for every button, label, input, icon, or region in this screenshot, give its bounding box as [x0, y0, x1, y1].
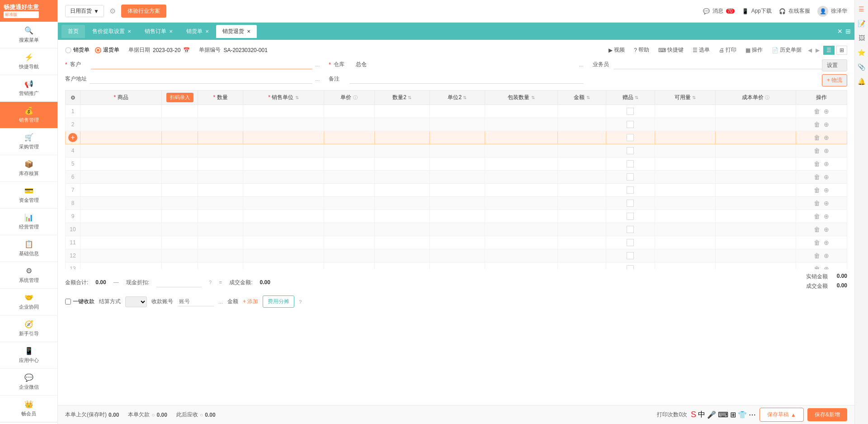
tab-sales-delivery-close[interactable]: ✕ — [205, 29, 209, 34]
row-unit2-8[interactable] — [429, 197, 485, 210]
row-unit-price-13[interactable] — [324, 262, 374, 270]
row-quantity2-6[interactable] — [374, 171, 429, 184]
row-amount-8[interactable] — [557, 197, 606, 210]
row-amount-4[interactable] — [557, 144, 606, 157]
row-unit2-11[interactable] — [429, 236, 485, 249]
row-unit2-9[interactable] — [429, 210, 485, 223]
row-unit2-13[interactable] — [429, 262, 485, 270]
row-unit2-2[interactable] — [429, 118, 485, 131]
delete-icon-10[interactable]: 🗑 — [813, 225, 821, 234]
copy-icon-7[interactable]: ⊕ — [823, 186, 830, 195]
add-fee-btn[interactable]: + 添加 — [243, 298, 258, 305]
row-unit2-12[interactable] — [429, 249, 485, 262]
row-quantity2-4[interactable] — [374, 144, 429, 157]
row-quantity2-9[interactable] — [374, 210, 429, 223]
delete-icon-13[interactable]: 🗑 — [813, 264, 821, 269]
row-cost-9[interactable] — [715, 210, 796, 223]
row-amount-9[interactable] — [557, 210, 606, 223]
right-panel-image-icon[interactable]: 🖼 — [857, 33, 867, 43]
row-unit2-4[interactable] — [429, 144, 485, 157]
row-amount-11[interactable] — [557, 236, 606, 249]
account-input[interactable] — [178, 297, 214, 306]
row-available-1[interactable] — [655, 105, 715, 118]
more-icon[interactable]: ⋯ — [749, 410, 756, 419]
delete-icon-6[interactable]: 🗑 — [813, 172, 821, 181]
row-quantity2-10[interactable] — [374, 223, 429, 236]
copy-icon-13[interactable]: ⊕ — [823, 264, 830, 269]
salesperson-input[interactable] — [613, 60, 840, 69]
gift-checkbox-7[interactable] — [627, 186, 634, 194]
sidebar-item-finance[interactable]: 💳资金管理 — [0, 182, 57, 209]
row-pack-13[interactable] — [485, 262, 558, 270]
sidebar-item-quick-nav[interactable]: ⚡快捷导航 — [0, 48, 57, 75]
row-quantity-9[interactable] — [198, 210, 243, 223]
sidebar-item-app-center[interactable]: 📱应用中心 — [0, 342, 57, 369]
customer-service-group[interactable]: 🎧 在线客服 — [779, 7, 810, 15]
industry-selector[interactable]: 日用百货 ▼ — [65, 5, 104, 17]
delete-icon-12[interactable]: 🗑 — [813, 251, 821, 260]
row-quantity-4[interactable] — [198, 144, 243, 157]
row-pack-11[interactable] — [485, 236, 558, 249]
row-quantity-1[interactable] — [198, 105, 243, 118]
delete-icon-1[interactable]: 🗑 — [813, 107, 821, 116]
one-click-collect-checkbox[interactable] — [65, 299, 71, 305]
row-unit-price-12[interactable] — [324, 249, 374, 262]
delete-icon-5[interactable]: 🗑 — [813, 159, 821, 168]
copy-icon-10[interactable]: ⊕ — [823, 225, 830, 234]
row-unit2-3[interactable] — [429, 131, 485, 144]
row-product-8[interactable] — [80, 197, 162, 210]
copy-icon-2[interactable]: ⊕ — [823, 120, 830, 129]
sidebar-item-system[interactable]: ⚙系统管理 — [0, 262, 57, 289]
calendar-icon[interactable]: 📅 — [183, 47, 190, 53]
row-quantity-11[interactable] — [198, 236, 243, 249]
row-cost-8[interactable] — [715, 197, 796, 210]
row-unit2-7[interactable] — [429, 184, 485, 197]
row-unit-price-11[interactable] — [324, 236, 374, 249]
gift-checkbox-4[interactable] — [627, 147, 634, 154]
row-sales-unit-2[interactable] — [243, 118, 324, 131]
tab-expand-icon[interactable]: ⊞ — [845, 28, 851, 35]
operate-btn[interactable]: ▦ 操作 — [743, 45, 765, 55]
row-pack-3[interactable] — [485, 131, 558, 144]
row-pack-8[interactable] — [485, 197, 558, 210]
row-available-12[interactable] — [655, 249, 715, 262]
tab-sales-return-close[interactable]: ✕ — [247, 29, 250, 34]
row-sales-unit-6[interactable] — [243, 171, 324, 184]
row-quantity2-5[interactable] — [374, 157, 429, 171]
row-unit-price-5[interactable] — [324, 157, 374, 171]
row-product-13[interactable] — [80, 262, 162, 270]
history-btn[interactable]: 📄 历史单据 — [769, 45, 804, 55]
right-panel-star-icon[interactable]: ⭐ — [856, 47, 867, 58]
row-product-11[interactable] — [80, 236, 162, 249]
settings-gear-icon[interactable]: ⚙ — [109, 7, 116, 15]
th-settings[interactable]: ⚙ — [66, 91, 80, 105]
row-sales-unit-7[interactable] — [243, 184, 324, 197]
one-click-collect-checkbox-label[interactable]: 一键收款 — [65, 298, 94, 305]
row-cost-6[interactable] — [715, 171, 796, 184]
row-quantity-10[interactable] — [198, 223, 243, 236]
copy-icon-12[interactable]: ⊕ — [823, 251, 830, 260]
row-pack-12[interactable] — [485, 249, 558, 262]
row-quantity2-2[interactable] — [374, 118, 429, 131]
row-cost-7[interactable] — [715, 184, 796, 197]
row-amount-2[interactable] — [557, 118, 606, 131]
row-quantity2-11[interactable] — [374, 236, 429, 249]
row-pack-5[interactable] — [485, 157, 558, 171]
sidebar-item-purchase-mgmt[interactable]: 🛒采购管理 — [0, 129, 57, 155]
save-draft-btn[interactable]: 保存草稿 ▲ — [760, 408, 804, 422]
right-panel-attach-icon[interactable]: 📎 — [856, 62, 867, 72]
row-amount-13[interactable] — [557, 262, 606, 270]
row-sales-unit-9[interactable] — [243, 210, 324, 223]
row-cost-3[interactable] — [715, 131, 796, 144]
sidebar-item-basic-info[interactable]: 📋基础信息 — [0, 235, 57, 262]
row-available-11[interactable] — [655, 236, 715, 249]
nav-next-icon[interactable]: ▶ — [816, 47, 820, 53]
row-unit-price-1[interactable] — [324, 105, 374, 118]
row-unit-price-7[interactable] — [324, 184, 374, 197]
row-available-2[interactable] — [655, 118, 715, 131]
row-unit2-6[interactable] — [429, 171, 485, 184]
sidebar-item-search[interactable]: 🔍搜索菜单 — [0, 22, 57, 48]
keyboard-icon[interactable]: ⌨ — [718, 410, 728, 419]
row-available-5[interactable] — [655, 157, 715, 171]
row-available-9[interactable] — [655, 210, 715, 223]
